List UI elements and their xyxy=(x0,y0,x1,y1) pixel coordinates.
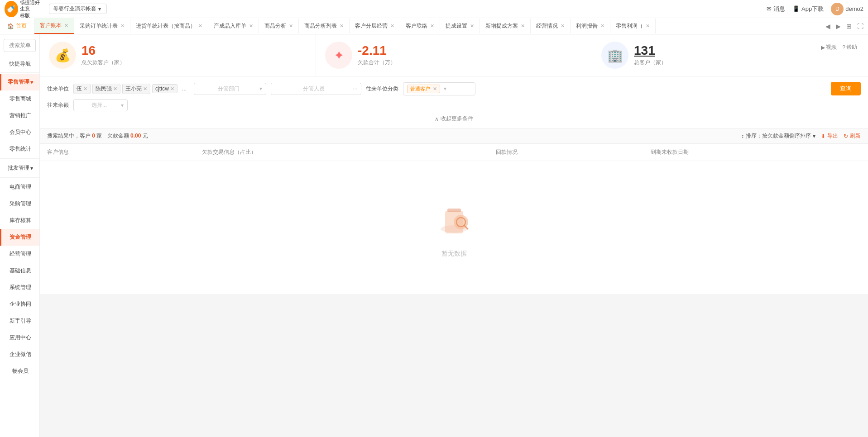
messages-btn[interactable]: ✉ 消息 xyxy=(767,5,785,13)
sidebar-item-wholesale-mgmt[interactable]: 批发管理 ▾ xyxy=(0,160,39,176)
tab-fullscreen[interactable]: ⛶ xyxy=(855,21,865,32)
tab-customer-tier[interactable]: 客户分层经营 ✕ xyxy=(350,19,400,33)
tab-purchase-stats[interactable]: 采购订单统计表 ✕ xyxy=(74,19,130,33)
chevron-right-icon: ▾ xyxy=(30,165,33,171)
col-header-repayment: 回款情况 xyxy=(489,144,643,161)
search-menu-btn[interactable]: 搜索菜单 xyxy=(4,39,36,52)
sidebar-item-business-mgmt[interactable]: 经营管理 xyxy=(0,246,39,262)
account-selector[interactable]: 母婴行业演示帐套 ▾ xyxy=(49,4,107,14)
category-filter-select[interactable]: 普通客户 ✕ ▾ xyxy=(403,82,475,95)
remove-unit-tag-cjttcw[interactable]: ✕ xyxy=(170,86,174,92)
close-tab-add-commission[interactable]: ✕ xyxy=(521,23,525,29)
tab-goods-analysis[interactable]: 商品分析 ✕ xyxy=(259,19,299,33)
tab-profit-report[interactable]: 利润报告 ✕ xyxy=(571,19,610,33)
query-button[interactable]: 查询 xyxy=(831,82,861,95)
sidebar-item-retail-stats[interactable]: 零售统计 xyxy=(0,141,39,157)
empty-state: 暂无数据 xyxy=(40,161,868,294)
tab-customer-contact[interactable]: 客户联络 ✕ xyxy=(400,19,440,33)
help-icon: ? xyxy=(842,44,845,51)
tab-add-commission[interactable]: 新增提成方案 ✕ xyxy=(480,19,531,33)
tab-customer-ledger[interactable]: 客户账本 ✕ xyxy=(34,18,74,34)
stat-icon-debt-customers: 💰 xyxy=(49,42,76,69)
sidebar-item-member-center[interactable]: 会员中心 xyxy=(0,124,39,141)
user-menu[interactable]: D demo2 xyxy=(831,3,863,15)
sidebar-item-system-mgmt[interactable]: 系统管理 xyxy=(0,279,39,296)
tab-retail-profit[interactable]: 零售利润（ ✕ xyxy=(610,19,656,33)
result-actions: ↕ 排序：按欠款金额倒序排序 ▾ ⬇ 导出 ↻ 刷新 xyxy=(741,132,861,140)
help-link[interactable]: ? 帮助 xyxy=(842,43,857,51)
col-header-debt-info: 欠款交易信息（占比） xyxy=(195,144,489,161)
svg-rect-2 xyxy=(447,209,461,212)
nav-tabs: 🏠 首页 客户账本 ✕ 采购订单统计表 ✕ 进货单统计表（按商品） ✕ 产成品入… xyxy=(0,18,868,34)
result-bar: 搜索结果中，客户 0 家 欠款金额 0.00 元 ↕ 排序：按欠款金额倒序排序 … xyxy=(40,128,868,144)
sidebar-divider-1 xyxy=(0,72,39,73)
result-info: 搜索结果中，客户 0 家 欠款金额 0.00 元 xyxy=(47,132,148,140)
filter-row-2: 往来余额 选择... ▾ xyxy=(47,99,861,111)
sidebar-search: 搜索菜单 xyxy=(0,34,39,57)
export-btn[interactable]: ⬇ 导出 xyxy=(821,132,838,140)
col-header-due-date: 到期未收款日期 xyxy=(643,144,868,161)
sidebar-item-purchase-mgmt[interactable]: 采购管理 xyxy=(0,195,39,212)
sidebar-item-inventory[interactable]: 库存核算 xyxy=(0,212,39,229)
tab-finished-goods[interactable]: 产成品入库单 ✕ xyxy=(208,19,259,33)
close-tab-commission-settings[interactable]: ✕ xyxy=(470,23,474,29)
empty-icon xyxy=(432,197,477,242)
collapse-filters-btn[interactable]: ∧ 收起更多条件 xyxy=(435,115,473,123)
close-tab-goods-analysis[interactable]: ✕ xyxy=(289,23,293,29)
video-link[interactable]: ▶ 视频 xyxy=(821,43,837,51)
tab-expand[interactable]: ⊞ xyxy=(844,21,854,32)
sidebar-item-app-center[interactable]: 应用中心 xyxy=(0,329,39,346)
balance-filter-dropdown[interactable]: 选择... ▾ xyxy=(73,99,128,111)
chevron-down-icon5: ▾ xyxy=(813,133,815,139)
dept-filter-dropdown[interactable]: 分管部门 ▾ xyxy=(194,83,266,95)
remove-category-tag[interactable]: ✕ xyxy=(433,86,437,91)
sidebar-item-basic-info[interactable]: 基础信息 xyxy=(0,262,39,279)
close-tab-profit-report[interactable]: ✕ xyxy=(600,23,604,29)
close-tab-customer-tier[interactable]: ✕ xyxy=(390,23,394,29)
tab-home[interactable]: 🏠 首页 xyxy=(0,19,34,33)
close-tab-retail-profit[interactable]: ✕ xyxy=(646,23,650,29)
sidebar-item-enterprise-collab[interactable]: 企业协同 xyxy=(0,296,39,313)
tab-business-status[interactable]: 经营情况 ✕ xyxy=(531,19,571,33)
close-tab-finished-goods[interactable]: ✕ xyxy=(249,23,253,29)
person-filter-dropdown[interactable]: 分管人员 ··· xyxy=(271,83,361,95)
close-tab-goods-list[interactable]: ✕ xyxy=(340,23,344,29)
col-header-customer-info: 客户信息 xyxy=(40,144,195,161)
remove-unit-tag-wu[interactable]: ✕ xyxy=(83,86,87,92)
tab-scroll-left[interactable]: ◀ xyxy=(824,21,832,32)
empty-text: 暂无数据 xyxy=(441,250,467,258)
sidebar: 搜索菜单 快捷导航 零售管理 ▾ 零售商城 营销推广 会员中心 零售统计 批发管… xyxy=(0,34,40,437)
sidebar-item-marketing[interactable]: 营销推广 xyxy=(0,107,39,124)
sidebar-item-retail-mall[interactable]: 零售商城 xyxy=(0,90,39,107)
remove-unit-tag-chen[interactable]: ✕ xyxy=(113,86,117,92)
refresh-btn[interactable]: ↻ 刷新 xyxy=(844,132,861,140)
stat-value-debt-customers: 16 xyxy=(82,44,125,57)
tab-goods-list[interactable]: 商品分析列表 ✕ xyxy=(299,19,350,33)
quick-nav-btn[interactable]: 快捷导航 xyxy=(0,57,39,71)
close-tab-purchase-stats[interactable]: ✕ xyxy=(120,23,125,29)
unit-tag-more[interactable]: ... xyxy=(179,85,189,93)
stat-video-help: ▶ 视频 ? 帮助 xyxy=(819,42,859,53)
chevron-down-icon: ▾ xyxy=(30,79,33,86)
sidebar-item-newbie-guide[interactable]: 新手引导 xyxy=(0,313,39,329)
sidebar-item-finance-mgmt[interactable]: 资金管理 xyxy=(0,229,39,246)
remove-unit-tag-wang[interactable]: ✕ xyxy=(143,86,147,92)
unit-filter-label: 往来单位 xyxy=(47,85,69,93)
sort-btn[interactable]: ↕ 排序：按欠款金额倒序排序 ▾ xyxy=(741,132,815,140)
tab-purchase-product[interactable]: 进货单统计表（按商品） ✕ xyxy=(130,19,208,33)
sidebar-item-ecommerce-mgmt[interactable]: 电商管理 xyxy=(0,179,39,195)
close-tab-business-status[interactable]: ✕ xyxy=(561,23,565,29)
data-table: 客户信息 欠款交易信息（占比） 回款情况 到期未收款日期 xyxy=(40,144,868,161)
sidebar-divider-3 xyxy=(0,177,39,178)
close-tab-purchase-product[interactable]: ✕ xyxy=(198,23,202,29)
stat-card-total-customers: 🏢 131 总客户（家） ▶ 视频 ? 帮助 xyxy=(592,34,868,76)
tab-commission-settings[interactable]: 提成设置 ✕ xyxy=(440,19,480,33)
sidebar-item-chang-member[interactable]: 畅会员 xyxy=(0,363,39,380)
sidebar-item-retail-mgmt[interactable]: 零售管理 ▾ xyxy=(0,74,39,90)
app-download-btn[interactable]: 📱 App下载 xyxy=(792,5,824,13)
close-tab-customer-ledger[interactable]: ✕ xyxy=(64,23,68,28)
sidebar-item-wechat-work[interactable]: 企业微信 xyxy=(0,346,39,363)
close-tab-customer-contact[interactable]: ✕ xyxy=(430,23,434,29)
tab-scroll-right[interactable]: ▶ xyxy=(834,21,843,32)
logo-area: 🍼 畅捷通好生意 标版 xyxy=(5,0,44,19)
